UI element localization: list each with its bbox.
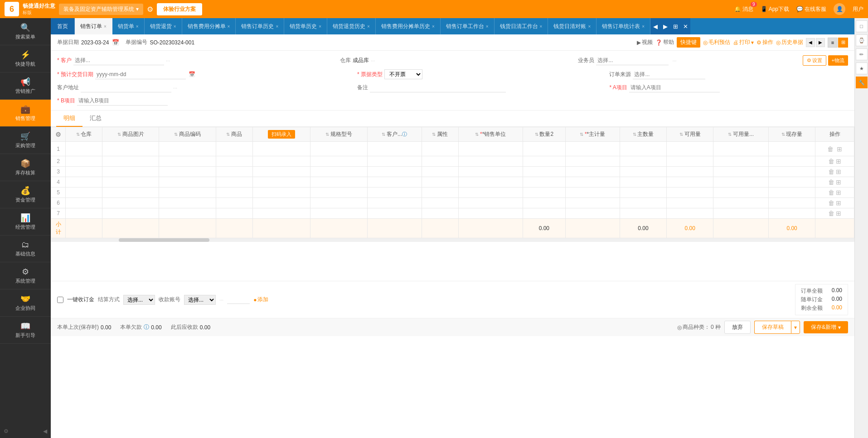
settings-btn[interactable]: ⚙ [147, 5, 153, 14]
salesperson-input[interactable] [596, 56, 669, 65]
online-service-btn[interactable]: 💬 在线客服 [796, 5, 826, 13]
discard-btn[interactable]: 放弃 [724, 321, 751, 334]
row-copy-btn[interactable]: ⊞ [836, 168, 841, 175]
account-more-btn[interactable]: ··· [219, 297, 223, 303]
row-copy-btn[interactable]: ⊞ [836, 145, 843, 153]
col-img[interactable]: ⇅ 商品图片 [102, 127, 159, 142]
col-customer-code[interactable]: ⇅ 客户...ⓘ [367, 127, 422, 142]
sidebar-item-inventory[interactable]: 📦 库存核算 [0, 154, 51, 181]
col-code[interactable]: ⇅ 商品编码 [159, 127, 216, 142]
sidebar-gear-btn[interactable]: ⚙ [4, 428, 9, 434]
tab-stats[interactable]: 销售订单统计表 × [596, 18, 650, 34]
col-product[interactable]: ⇅ 商品 [216, 127, 252, 142]
tab-expand-btn[interactable]: ⊞ [670, 18, 680, 34]
prev-record-btn[interactable]: ◀ [806, 38, 815, 47]
sidebar-item-guide[interactable]: 📖 新手引导 [0, 317, 51, 344]
tab-home[interactable]: 首页 [51, 18, 75, 34]
warehouse-more-btn[interactable]: ··· [371, 58, 375, 63]
view-btn[interactable]: ▶ 视频 [637, 39, 653, 46]
row-copy-btn[interactable]: ⊞ [836, 199, 841, 207]
tab-close-icon[interactable]: × [104, 24, 107, 29]
address-input[interactable] [81, 83, 171, 92]
col-scan[interactable]: 扫码录入 [252, 127, 310, 142]
tab-return-hist[interactable]: 销货退货历史 × [327, 18, 376, 34]
right-icon-2[interactable]: ⌚ [856, 34, 868, 46]
row-copy-btn[interactable]: ⊞ [836, 158, 841, 165]
row-delete-btn[interactable]: 🗑 [828, 178, 834, 186]
remark-input[interactable] [370, 83, 506, 92]
tab-prev-btn[interactable]: ◀ [650, 18, 660, 34]
row-delete-btn[interactable]: 🗑 [828, 158, 834, 165]
right-icon-5[interactable]: 🔧 [856, 77, 868, 88]
save-draft-btn[interactable]: 保存草稿 [754, 321, 791, 334]
a-project-input[interactable] [629, 83, 720, 92]
operation-btn[interactable]: ⚙ 操作 [756, 39, 773, 46]
horizontal-scrollbar[interactable] [51, 238, 854, 242]
sidebar-item-finance[interactable]: 💰 资金管理 [0, 181, 51, 208]
shortcut-btn[interactable]: 快捷键 [677, 37, 700, 48]
delivery-calendar-btn[interactable]: 📅 [189, 71, 195, 77]
tab-return[interactable]: 销货退货 × [145, 18, 182, 34]
save-draft-dropdown-btn[interactable]: ▾ [791, 321, 800, 334]
col-attr[interactable]: ⇅ 属性 [422, 127, 458, 142]
col-main-unit[interactable]: ⇅ **主计量 [565, 127, 620, 142]
industry-btn[interactable]: 体验行业方案 [157, 3, 202, 15]
right-icon-3[interactable]: ✏ [856, 48, 868, 60]
sidebar-item-sales[interactable]: 💼 销售管理 [0, 100, 51, 127]
current-debt-icon[interactable]: ⓘ [144, 323, 149, 331]
tab-reconcile[interactable]: 钱货日清对账 × [548, 18, 596, 34]
next-record-btn[interactable]: ▶ [816, 38, 825, 47]
tab-summary[interactable]: 汇总 [82, 111, 109, 127]
list-view-btn[interactable]: ≡ [828, 38, 838, 48]
user-name[interactable]: 用户 [853, 5, 863, 13]
tab-next-btn[interactable]: ▶ [660, 18, 670, 34]
sidebar-item-search[interactable]: 🔍 搜索菜单 [0, 18, 51, 45]
order-source-input[interactable] [633, 70, 705, 79]
tab-order-hist[interactable]: 销售订单历史 × [236, 18, 284, 34]
add-goods-btn[interactable]: +物流 [828, 55, 848, 66]
delivery-input[interactable] [95, 70, 186, 79]
right-icon-1[interactable]: □ [856, 20, 868, 32]
profit-btn[interactable]: ◎ 毛利预估 [703, 39, 730, 46]
customer-input[interactable] [73, 56, 164, 65]
row-copy-btn[interactable]: ⊞ [836, 210, 841, 217]
sidebar-collapse-btn[interactable]: ◀ [43, 428, 47, 434]
row-delete-btn[interactable]: 🗑 [828, 199, 834, 207]
tab-close-all-btn[interactable]: ✕ [680, 18, 690, 34]
col-settings[interactable]: ⚙ [51, 127, 66, 142]
payment-method-select[interactable]: 选择... [123, 295, 155, 305]
tab-workbench[interactable]: 销售订单工作台 × [441, 18, 495, 34]
tab-fee[interactable]: 销售费用分摊单 × [182, 18, 236, 34]
sidebar-item-purchase[interactable]: 🛒 采购管理 [0, 127, 51, 154]
sidebar-item-system[interactable]: ⚙ 系统管理 [0, 262, 51, 289]
row-delete-btn[interactable]: 🗑 [826, 145, 834, 153]
save-new-btn[interactable]: 保存&新增 ▾ [804, 321, 848, 333]
print-btn[interactable]: 🖨 打印 ▾ [733, 39, 754, 46]
system-name[interactable]: 装备及固定资产辅助管理系统 ▾ [59, 4, 143, 15]
account-select[interactable]: 选择... [184, 295, 216, 305]
customer-more-btn[interactable]: ··· [166, 58, 170, 63]
address-more-btn[interactable]: ··· [173, 85, 177, 91]
row-delete-btn[interactable]: 🗑 [828, 210, 834, 217]
sidebar-item-quick[interactable]: ⚡ 快捷导航 [0, 45, 51, 72]
col-warehouse[interactable]: ⇅ 仓库 [66, 127, 102, 142]
config-btn[interactable]: ⚙设置 [803, 55, 826, 66]
right-icon-4[interactable]: ★ [856, 63, 868, 74]
tab-sales-bill[interactable]: 销货单 × [112, 18, 145, 34]
date-picker-btn[interactable]: 📅 [111, 39, 120, 46]
row-copy-btn[interactable]: ⊞ [836, 189, 841, 196]
col-spec[interactable]: ⇅ 规格型号 [310, 127, 367, 142]
b-project-input[interactable] [77, 96, 168, 106]
tab-bill-hist[interactable]: 销货单历史 × [284, 18, 327, 34]
tab-daily[interactable]: 钱货日清工作台 × [495, 18, 548, 34]
col-main-qty[interactable]: ⇅ 主数量 [620, 127, 666, 142]
tab-sales-order[interactable]: 销售订单 × [75, 18, 112, 34]
sidebar-item-marketing[interactable]: 📢 营销推广 [0, 72, 51, 100]
notification-btn[interactable]: 🔔 消息 9 [734, 5, 753, 13]
row-delete-btn[interactable]: 🗑 [828, 189, 834, 196]
col-stock[interactable]: ⇅ 现存量 [769, 127, 815, 142]
row-copy-btn[interactable]: ⊞ [836, 178, 841, 186]
payment-amount[interactable]: 0.00 [227, 295, 250, 304]
app-download-btn[interactable]: 📱 App下载 [761, 5, 789, 13]
row-delete-btn[interactable]: 🗑 [828, 168, 834, 175]
